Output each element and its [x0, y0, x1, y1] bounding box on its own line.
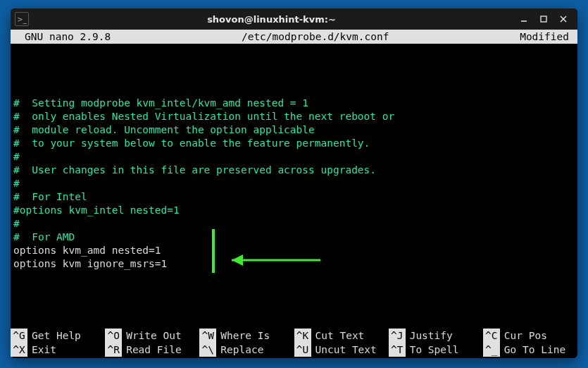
svg-line-2 [561, 16, 566, 22]
shortcut-item[interactable]: ^GGet Help [11, 329, 105, 343]
shortcut-item[interactable]: ^XExit [11, 343, 105, 357]
shortcut-label: Go To Line [504, 343, 565, 357]
nano-shortcut-bar: ^GGet Help^OWrite Out^WWhere Is^KCut Tex… [11, 329, 577, 358]
shortcut-item[interactable]: ^UUncut Text [294, 343, 389, 357]
svg-line-3 [561, 16, 566, 22]
editor-line: # [13, 217, 575, 231]
svg-rect-1 [541, 16, 546, 22]
shortcut-label: Cut Text [315, 329, 365, 343]
shortcut-key: ^X [11, 343, 27, 357]
terminal-icon: >_ [15, 12, 29, 26]
editor-line: # User changes in this file are preserve… [13, 164, 575, 177]
shortcut-key: ^_ [483, 343, 500, 357]
titlebar: >_ shovon@linuxhint-kvm:~ [11, 8, 577, 30]
shortcut-key: ^J [389, 329, 406, 343]
editor-viewport[interactable]: # Setting modprobe kvm_intel/kvm_amd nes… [11, 44, 577, 329]
nano-file-path: /etc/modprobe.d/kvm.conf [111, 30, 520, 44]
shortcut-key: ^T [389, 343, 406, 357]
shortcut-key: ^O [105, 329, 122, 343]
shortcut-label: Cur Pos [504, 329, 547, 343]
shortcut-label: Read File [126, 343, 182, 357]
shortcut-label: Justify [410, 329, 453, 343]
shortcut-key: ^C [483, 329, 500, 343]
shortcut-key: ^K [294, 329, 311, 343]
nano-statusbar: GNU nano 2.9.8 /etc/modprobe.d/kvm.conf … [11, 30, 577, 44]
editor-line: # Setting modprobe kvm_intel/kvm_amd nes… [13, 97, 575, 110]
editor-line: options kvm_amd nested=1 [13, 244, 575, 257]
editor-line: # to your system below to enable the fea… [13, 137, 575, 150]
terminal-window: >_ shovon@linuxhint-kvm:~ GNU nano 2.9.8… [11, 8, 577, 358]
shortcut-item[interactable]: ^RRead File [105, 343, 199, 357]
editor-line: #options kvm_intel nested=1 [13, 204, 575, 217]
shortcut-key: ^W [199, 329, 216, 343]
maximize-button[interactable] [534, 11, 553, 27]
shortcut-label: Write Out [126, 329, 182, 343]
editor-line: # For AMD [13, 231, 575, 244]
shortcut-key: ^G [11, 329, 27, 343]
nano-modified: Modified [520, 30, 575, 44]
shortcut-label: Uncut Text [315, 343, 377, 357]
shortcut-key: ^\ [199, 343, 216, 357]
minimize-button[interactable] [514, 11, 534, 27]
shortcut-item[interactable]: ^KCut Text [294, 329, 389, 343]
window-title: shovon@linuxhint-kvm:~ [29, 14, 514, 25]
shortcut-key: ^U [294, 343, 311, 357]
close-button[interactable] [553, 11, 573, 27]
shortcut-item[interactable]: ^\Replace [199, 343, 294, 357]
shortcut-item[interactable]: ^_Go To Line [483, 343, 577, 357]
shortcut-key: ^R [105, 343, 122, 357]
editor-line: options kvm ignore_msrs=1 [13, 257, 575, 271]
shortcut-label: Where Is [220, 329, 270, 343]
shortcut-item[interactable]: ^CCur Pos [483, 329, 577, 343]
editor-line: # For Intel [13, 190, 575, 204]
shortcut-label: Exit [32, 343, 56, 357]
editor-line: # [13, 177, 575, 190]
editor-line: # only enables Nested Virtualization unt… [13, 110, 575, 123]
shortcut-label: Get Help [32, 329, 81, 343]
editor-line: # [13, 150, 575, 164]
editor-line: # module reload. Uncomment the option ap… [13, 123, 575, 137]
shortcut-label: To Spell [410, 343, 459, 357]
shortcut-item[interactable]: ^WWhere Is [199, 329, 294, 343]
shortcut-label: Replace [220, 343, 263, 357]
shortcut-item[interactable]: ^JJustify [389, 329, 483, 343]
nano-app-name: GNU nano 2.9.8 [13, 30, 111, 44]
shortcut-item[interactable]: ^OWrite Out [105, 329, 199, 343]
shortcut-item[interactable]: ^TTo Spell [389, 343, 483, 357]
